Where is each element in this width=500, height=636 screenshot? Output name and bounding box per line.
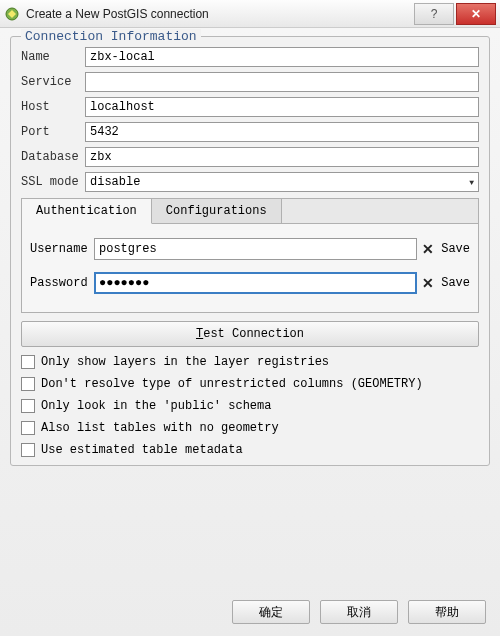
service-input[interactable] xyxy=(85,72,479,92)
name-label: Name xyxy=(21,50,85,64)
password-input[interactable] xyxy=(94,272,417,294)
name-input[interactable] xyxy=(85,47,479,67)
sslmode-label: SSL mode xyxy=(21,175,85,189)
host-label: Host xyxy=(21,100,85,114)
sslmode-select[interactable]: disable ▼ xyxy=(85,172,479,192)
check-no-geometry[interactable] xyxy=(21,421,35,435)
auth-tabs: Authentication Configurations Username ✕… xyxy=(21,198,479,313)
tab-body-auth: Username ✕ Save Password ✕ Save xyxy=(22,224,478,312)
password-label: Password xyxy=(30,276,94,290)
check-estimated-metadata[interactable] xyxy=(21,443,35,457)
save-password-label[interactable]: Save xyxy=(441,276,470,290)
titlebar-close-button[interactable]: ✕ xyxy=(456,3,496,25)
check-layer-registries-label: Only show layers in the layer registries xyxy=(41,355,329,369)
check-layer-registries[interactable] xyxy=(21,355,35,369)
service-label: Service xyxy=(21,75,85,89)
chevron-down-icon: ▼ xyxy=(469,178,474,187)
port-input[interactable] xyxy=(85,122,479,142)
cancel-button[interactable]: 取消 xyxy=(320,600,398,624)
app-icon xyxy=(4,6,20,22)
clear-password-icon[interactable]: ✕ xyxy=(419,275,437,291)
titlebar: Create a New PostGIS connection ? ✕ xyxy=(0,0,500,28)
tab-configurations[interactable]: Configurations xyxy=(152,199,282,223)
port-label: Port xyxy=(21,125,85,139)
window-body: Connection Information Name Service Host… xyxy=(0,28,500,636)
database-label: Database xyxy=(21,150,85,164)
window-title: Create a New PostGIS connection xyxy=(26,7,412,21)
check-resolve-type-label: Don't resolve type of unrestricted colum… xyxy=(41,377,423,391)
check-public-schema[interactable] xyxy=(21,399,35,413)
save-username-label[interactable]: Save xyxy=(441,242,470,256)
help-button[interactable]: 帮助 xyxy=(408,600,486,624)
titlebar-help-button[interactable]: ? xyxy=(414,3,454,25)
clear-username-icon[interactable]: ✕ xyxy=(419,241,437,257)
check-public-schema-label: Only look in the 'public' schema xyxy=(41,399,271,413)
test-connection-button[interactable]: Test Connection xyxy=(21,321,479,347)
tab-authentication[interactable]: Authentication xyxy=(22,199,152,224)
username-input[interactable] xyxy=(94,238,417,260)
test-connection-label: est Connection xyxy=(203,327,304,341)
ok-button[interactable]: 确定 xyxy=(232,600,310,624)
check-resolve-type[interactable] xyxy=(21,377,35,391)
username-label: Username xyxy=(30,242,94,256)
dialog-buttons: 确定 取消 帮助 xyxy=(232,600,486,624)
groupbox-title: Connection Information xyxy=(21,29,201,44)
check-no-geometry-label: Also list tables with no geometry xyxy=(41,421,279,435)
connection-info-group: Connection Information Name Service Host… xyxy=(10,36,490,466)
host-input[interactable] xyxy=(85,97,479,117)
check-estimated-metadata-label: Use estimated table metadata xyxy=(41,443,243,457)
sslmode-value: disable xyxy=(90,175,140,189)
database-input[interactable] xyxy=(85,147,479,167)
tab-header: Authentication Configurations xyxy=(22,199,478,224)
